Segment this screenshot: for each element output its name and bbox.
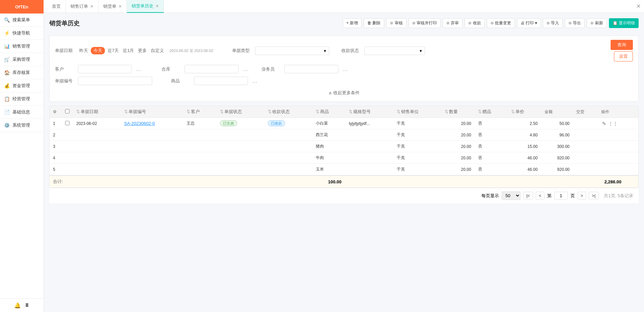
- th-customer[interactable]: ⇅客户: [183, 106, 217, 118]
- cell-customer: 王总: [183, 118, 217, 129]
- cell-doc-no: [121, 129, 183, 141]
- collapse-button[interactable]: ∧ 收起更多条件: [55, 88, 633, 97]
- th-doc-status[interactable]: ⇅单据状态: [217, 106, 264, 118]
- tab-close-icon[interactable]: ✕: [90, 4, 93, 9]
- staff-more-icon[interactable]: …: [341, 66, 349, 72]
- goods-input[interactable]: [194, 77, 248, 85]
- refresh-button[interactable]: ⊙ 刷新: [587, 18, 607, 28]
- show-detail-button[interactable]: 📋 显示明细: [609, 18, 639, 28]
- sidebar-item-purchase-mgmt[interactable]: 🛒 采购管理: [0, 53, 44, 66]
- cell-amount: 300.00: [541, 141, 573, 152]
- first-page-button[interactable]: |<: [523, 192, 533, 200]
- date-label: 单据日期: [55, 48, 75, 54]
- pause-icon[interactable]: ⏸: [24, 302, 30, 309]
- main-area: 首页 销售订单 ✕ 销货单 ✕ 销货单历史 ✕ ✕ 销货单历史 + 新增 🗑 删…: [44, 0, 644, 312]
- date-shortcuts: 昨天 今天 近7天 近1月 更多 自定义: [78, 47, 165, 54]
- doc-status-badge: 已生效: [220, 120, 237, 126]
- sidebar-item-search-menu[interactable]: 🔍 搜索菜单: [0, 14, 44, 27]
- page-number-input[interactable]: [554, 192, 568, 200]
- sidebar-item-finance[interactable]: 💰 资金管理: [0, 79, 44, 93]
- th-doc-date[interactable]: ⇅单据日期: [73, 106, 121, 118]
- per-page-select[interactable]: 50 100 200: [502, 191, 521, 200]
- cell-index: 3: [50, 141, 62, 152]
- window-close-button[interactable]: ✕: [636, 3, 641, 9]
- edit-op-button[interactable]: ✎: [601, 121, 607, 126]
- th-goods[interactable]: ⇅商品: [312, 106, 346, 118]
- query-button[interactable]: 查询: [611, 40, 633, 50]
- tab-sales-history[interactable]: 销货单历史 ✕: [127, 0, 164, 13]
- doc-no-link[interactable]: SA-20230602-0: [124, 121, 155, 126]
- docno-input[interactable]: [78, 77, 152, 85]
- cell-trade: [573, 118, 597, 129]
- sidebar-item-sales-mgmt[interactable]: 📊 销售管理: [0, 40, 44, 53]
- cell-checkbox: [62, 152, 73, 164]
- sidebar-item-sys-mgmt[interactable]: ⚙️ 系统管理: [0, 119, 44, 132]
- new-button[interactable]: + 新增: [343, 18, 362, 28]
- clipboard-icon: 📋: [4, 96, 10, 102]
- warehouse-input[interactable]: [185, 65, 239, 73]
- sidebar-item-ops[interactable]: 📋 经营管理: [0, 93, 44, 106]
- collect-status-select[interactable]: ▾: [364, 47, 425, 55]
- more-op-button[interactable]: ⋮⋮: [607, 121, 619, 126]
- page-title: 销货单历史: [49, 19, 80, 27]
- sidebar-item-quick-nav[interactable]: ⚡ 快捷导航: [0, 27, 44, 40]
- sidebar-item-basic-info[interactable]: 📄 基础信息: [0, 106, 44, 119]
- shortcut-yesterday[interactable]: 昨天: [78, 47, 89, 54]
- audit-button[interactable]: ⊙ 审核: [386, 18, 406, 28]
- cell-gift: 否: [475, 118, 508, 129]
- content-area: 销货单历史 + 新增 🗑 删除 ⊙ 审核 ⊙ 审核并打印 ⊙ 弃审 ⊙ 收款 ⊙…: [44, 13, 644, 312]
- tab-close-icon[interactable]: ✕: [118, 4, 122, 9]
- print-button[interactable]: 🖨 打印 ▾: [517, 18, 541, 28]
- th-gift[interactable]: ⇅赠品: [475, 106, 508, 118]
- th-settings[interactable]: ⚙: [50, 106, 62, 118]
- abandon-button[interactable]: ⊙ 弃审: [443, 18, 463, 28]
- cell-collect-status: [264, 141, 312, 152]
- cell-spec: [345, 129, 393, 141]
- staff-input[interactable]: [284, 65, 338, 73]
- customer-more-icon[interactable]: …: [135, 66, 143, 72]
- notification-icon[interactable]: 🔔: [14, 302, 21, 309]
- select-all-checkbox[interactable]: [65, 109, 69, 113]
- next-page-button[interactable]: >: [578, 192, 586, 200]
- cell-checkbox: [62, 129, 73, 141]
- shortcut-1month[interactable]: 近1月: [121, 47, 135, 54]
- th-spec[interactable]: ⇅规格型号: [345, 106, 393, 118]
- th-doc-no[interactable]: ⇅单据编号: [121, 106, 183, 118]
- tab-sales-order[interactable]: 销售订单 ✕: [66, 0, 99, 13]
- shortcut-7days[interactable]: 近7天: [106, 47, 120, 54]
- cell-gift: 否: [475, 129, 508, 141]
- cell-doc-date: [73, 129, 121, 141]
- collect-button[interactable]: ⊙ 收款: [465, 18, 484, 28]
- tab-close-icon[interactable]: ✕: [156, 4, 159, 8]
- customer-input[interactable]: [78, 65, 132, 73]
- warehouse-more-icon[interactable]: …: [241, 66, 249, 72]
- audit-print-button[interactable]: ⊙ 审核并打印: [409, 18, 441, 28]
- goods-more-icon[interactable]: …: [251, 78, 259, 84]
- chevron-up-icon: ∧: [329, 90, 332, 96]
- shortcut-more[interactable]: 更多: [137, 47, 148, 54]
- batch-change-button[interactable]: ⊙ 批量变更: [487, 18, 515, 28]
- shortcut-custom[interactable]: 自定义: [149, 47, 165, 54]
- tab-home[interactable]: 首页: [47, 0, 66, 13]
- filter-actions: 查询 设置: [611, 40, 633, 61]
- delete-button[interactable]: 🗑 删除: [364, 18, 384, 28]
- th-collect-status[interactable]: ⇅收款状态: [264, 106, 312, 118]
- settings-button[interactable]: 设置: [614, 51, 633, 61]
- cell-price: 15.00: [508, 141, 541, 152]
- sidebar-item-inventory[interactable]: 🏠 库存核算: [0, 66, 44, 79]
- row-checkbox[interactable]: [65, 121, 69, 125]
- cell-doc-no: [121, 152, 183, 164]
- doctype-select[interactable]: ▾: [255, 47, 329, 55]
- cell-qty: 20.00: [441, 164, 475, 175]
- tab-sales-goods[interactable]: 销货单 ✕: [99, 0, 127, 13]
- shortcut-today[interactable]: 今天: [91, 47, 105, 54]
- export-button[interactable]: ⊙ 导出: [565, 18, 585, 28]
- th-price[interactable]: ⇅单价: [508, 106, 541, 118]
- th-unit[interactable]: ⇅销售单位: [393, 106, 441, 118]
- sidebar-item-label: 快捷导航: [12, 30, 30, 36]
- last-page-button[interactable]: >|: [589, 192, 598, 200]
- cell-goods: 西兰花: [312, 129, 346, 141]
- th-qty[interactable]: ⇅数量: [441, 106, 475, 118]
- prev-page-button[interactable]: <: [536, 192, 544, 200]
- import-button[interactable]: ⊙ 导入: [543, 18, 563, 28]
